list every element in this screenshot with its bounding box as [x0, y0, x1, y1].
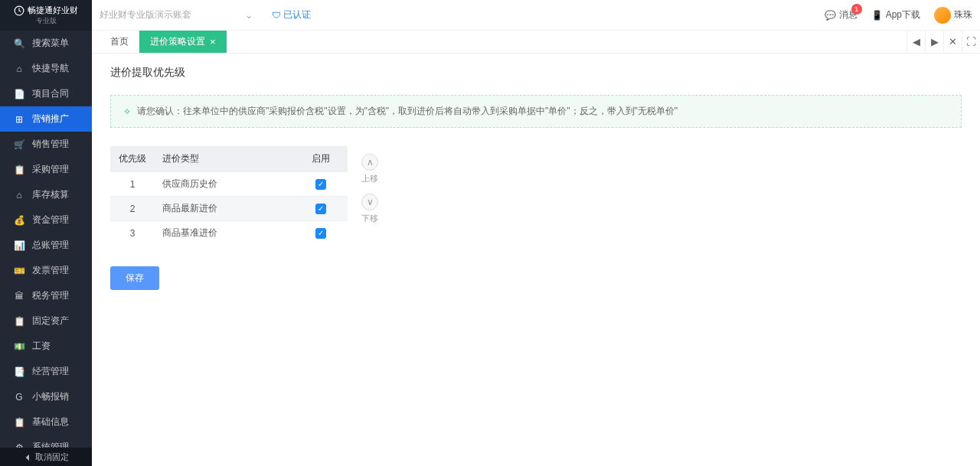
message-button[interactable]: 💬 消息 1	[825, 8, 858, 21]
table-row[interactable]: 2商品最新进价✓	[110, 197, 348, 221]
sidebar-item-label: 采购管理	[32, 163, 69, 176]
sidebar-item-14[interactable]: G小畅报销	[0, 384, 92, 409]
col-enable: 启用	[294, 146, 348, 172]
pin-icon: ⏴	[24, 452, 32, 461]
sidebar-icon: ⌂	[14, 190, 24, 200]
cell-priority: 3	[110, 221, 155, 246]
sidebar-icon: 💵	[14, 341, 24, 352]
brand-name: 畅捷通好业财	[28, 5, 78, 16]
sidebar-item-label: 资金管理	[32, 213, 69, 226]
sidebar-item-label: 搜索菜单	[32, 37, 69, 50]
sidebar-item-5[interactable]: 📋采购管理	[0, 157, 92, 182]
tab-0[interactable]: 首页	[100, 31, 139, 53]
table-row[interactable]: 1供应商历史价✓	[110, 172, 348, 197]
cell-type: 商品最新进价	[155, 197, 294, 221]
checkbox[interactable]: ✓	[315, 204, 326, 214]
sidebar-item-4[interactable]: 🛒销售管理	[0, 132, 92, 157]
sidebar-item-label: 快捷导航	[32, 62, 69, 75]
sidebar: 畅捷通好业财 专业版 🔍搜索菜单⌂快捷导航📄项目合同⊞营销推广🛒销售管理📋采购管…	[0, 0, 92, 466]
sidebar-item-0[interactable]: 🔍搜索菜单	[0, 31, 92, 56]
tab-prev-button[interactable]: ◀	[906, 31, 925, 54]
sidebar-icon: ⊞	[14, 114, 24, 125]
sidebar-item-15[interactable]: 📋基础信息	[0, 409, 92, 435]
cell-enable: ✓	[294, 172, 348, 197]
sidebar-item-13[interactable]: 📑经营管理	[0, 359, 92, 384]
sidebar-item-12[interactable]: 💵工资	[0, 334, 92, 359]
avatar	[934, 7, 951, 24]
tabbar: 首页进价策略设置× ◀ ▶ ✕ ⛶	[92, 31, 980, 54]
sidebar-icon: 💰	[14, 215, 24, 226]
checkbox[interactable]: ✓	[315, 228, 326, 239]
sidebar-item-1[interactable]: ⌂快捷导航	[0, 56, 92, 81]
sidebar-item-2[interactable]: 📄项目合同	[0, 81, 92, 106]
col-type: 进价类型	[155, 146, 294, 172]
cell-enable: ✓	[294, 197, 348, 221]
sidebar-icon: 🏛	[14, 291, 24, 301]
tab-1[interactable]: 进价策略设置×	[139, 31, 227, 53]
sidebar-item-3[interactable]: ⊞营销推广	[0, 106, 92, 132]
sidebar-icon: 🛒	[14, 139, 24, 150]
user-menu[interactable]: 珠珠	[934, 7, 972, 24]
sidebar-item-8[interactable]: 📊总账管理	[0, 233, 92, 258]
logo: 畅捷通好业财 专业版	[0, 0, 92, 31]
account-dropdown[interactable]: 好业财专业版演示账套 ⌄	[100, 8, 253, 21]
sidebar-icon: 🎫	[14, 266, 24, 276]
table-row[interactable]: 3商品基准进价✓	[110, 221, 348, 246]
sidebar-item-11[interactable]: 📋固定资产	[0, 308, 92, 334]
sidebar-item-label: 销售管理	[32, 138, 69, 151]
info-icon: ✧	[123, 106, 131, 117]
header: 好业财专业版演示账套 ⌄ 🛡 已认证 💬 消息 1 📱 App下载	[92, 0, 980, 31]
sidebar-item-9[interactable]: 🎫发票管理	[0, 258, 92, 283]
col-priority: 优先级	[110, 146, 155, 172]
sidebar-icon: 📑	[14, 367, 24, 377]
brand-icon	[14, 5, 24, 16]
tab-next-button[interactable]: ▶	[925, 31, 943, 54]
move-up-button[interactable]: ∧	[361, 154, 378, 171]
cell-enable: ✓	[294, 221, 348, 246]
sidebar-icon: 📄	[14, 89, 24, 99]
sidebar-icon: 📋	[14, 316, 24, 327]
sidebar-icon: G	[14, 392, 24, 402]
brand-sub: 专业版	[36, 16, 57, 26]
sidebar-item-label: 项目合同	[32, 87, 69, 100]
sidebar-icon: 📋	[14, 417, 24, 428]
sidebar-item-label: 经营管理	[32, 365, 69, 378]
page-title: 进价提取优先级	[110, 66, 962, 80]
phone-icon: 📱	[871, 10, 883, 21]
sidebar-item-6[interactable]: ⌂库存核算	[0, 182, 92, 207]
sidebar-item-label: 固定资产	[32, 314, 69, 328]
info-box: ✧ 请您确认：往来单位中的供应商"采购报价含税"设置，为"含税"，取到进价后将自…	[110, 95, 962, 128]
sidebar-item-label: 总账管理	[32, 239, 69, 252]
message-badge: 1	[851, 4, 862, 15]
sidebar-pin-toggle[interactable]: ⏴ 取消固定	[0, 448, 92, 466]
sidebar-icon: 📋	[14, 165, 24, 175]
sidebar-icon: ⌂	[14, 64, 24, 74]
save-button[interactable]: 保存	[110, 266, 159, 290]
app-download-button[interactable]: 📱 App下载	[871, 8, 920, 21]
sidebar-item-label: 税务管理	[32, 289, 69, 302]
shield-icon: 🛡	[272, 10, 281, 21]
cell-priority: 2	[110, 197, 155, 221]
priority-table: 优先级 进价类型 启用 1供应商历史价✓2商品最新进价✓3商品基准进价✓	[110, 146, 348, 245]
content: 进价提取优先级 ✧ 请您确认：往来单位中的供应商"采购报价含税"设置，为"含税"…	[92, 54, 980, 466]
fullscreen-button[interactable]: ⛶	[962, 31, 980, 54]
sidebar-item-10[interactable]: 🏛税务管理	[0, 283, 92, 308]
message-icon: 💬	[825, 10, 836, 21]
cell-type: 商品基准进价	[155, 221, 294, 246]
sidebar-icon: 🔍	[14, 38, 24, 49]
sidebar-item-label: 系统管理	[32, 441, 69, 448]
close-icon[interactable]: ×	[210, 36, 216, 47]
sidebar-item-label: 库存核算	[32, 188, 69, 201]
sidebar-item-label: 营销推广	[32, 112, 69, 125]
verified-badge: 🛡 已认证	[272, 8, 311, 21]
sidebar-icon: 📊	[14, 240, 24, 251]
sidebar-item-label: 工资	[32, 340, 51, 353]
sidebar-item-16[interactable]: ⚙系统管理	[0, 435, 92, 448]
tab-close-all-button[interactable]: ✕	[943, 31, 962, 54]
sidebar-item-label: 基础信息	[32, 415, 69, 429]
cell-priority: 1	[110, 172, 155, 197]
move-down-button[interactable]: ∨	[361, 194, 378, 210]
checkbox[interactable]: ✓	[315, 179, 326, 190]
sidebar-item-7[interactable]: 💰资金管理	[0, 207, 92, 233]
sidebar-item-label: 发票管理	[32, 264, 69, 277]
